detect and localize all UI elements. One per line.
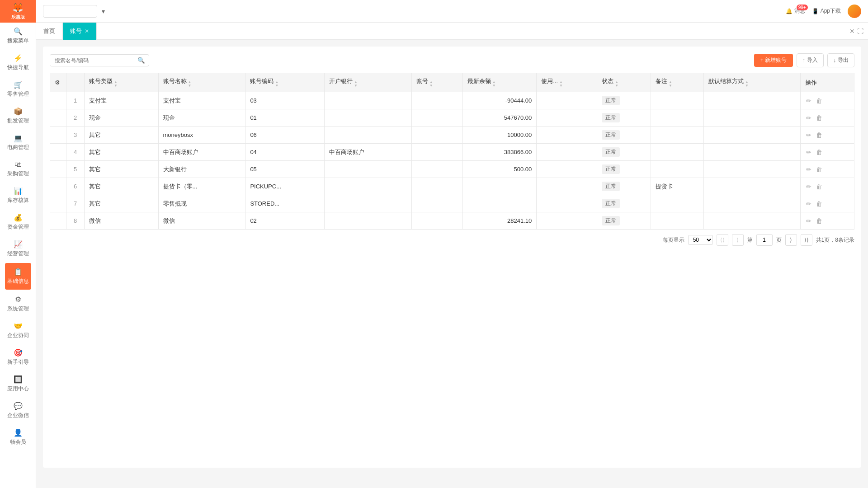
row-default-settlement-2 bbox=[703, 127, 800, 144]
tab-home-label: 首页 bbox=[43, 27, 55, 35]
sidebar-item-operations[interactable]: 📈 经营管理 bbox=[3, 235, 33, 262]
table-row: 7 其它 零售抵现 STORED... 正常 ✏ 🗑 bbox=[50, 195, 854, 212]
delete-btn-2[interactable]: 🗑 bbox=[815, 131, 823, 140]
col-usage[interactable]: 使用...▲▼ bbox=[537, 73, 597, 92]
sidebar-item-finance[interactable]: 💰 资金管理 bbox=[3, 209, 33, 235]
page-input[interactable] bbox=[756, 234, 773, 246]
add-account-button[interactable]: + 新增账号 bbox=[754, 54, 793, 67]
tab-account[interactable]: 账号 ✕ bbox=[63, 23, 97, 40]
col-remark[interactable]: 备注▲▼ bbox=[651, 73, 704, 92]
phone-icon: 📱 bbox=[812, 8, 819, 14]
app-logo: 🦊 乐惠版 bbox=[0, 0, 36, 23]
search-button[interactable]: 🔍 bbox=[134, 55, 149, 66]
sidebar-item-ecommerce[interactable]: 💻 电商管理 bbox=[3, 129, 33, 156]
edit-btn-4[interactable]: ✏ bbox=[805, 165, 812, 174]
sidebar-item-app-center[interactable]: 🔲 应用中心 bbox=[3, 371, 33, 397]
sidebar-item-system[interactable]: ⚙ 系统管理 bbox=[3, 291, 33, 317]
row-action-2: ✏ 🗑 bbox=[801, 127, 854, 144]
row-code-5: PICKUPC... bbox=[245, 178, 325, 195]
sidebar-item-search-menu[interactable]: 🔍 搜索菜单 bbox=[3, 23, 33, 49]
row-bank-2 bbox=[324, 127, 411, 144]
row-settings-5 bbox=[50, 178, 66, 195]
sidebar-item-enterprise-wechat[interactable]: 💬 企业微信 bbox=[3, 397, 33, 424]
col-status[interactable]: 状态▲▼ bbox=[597, 73, 651, 92]
row-type-6: 其它 bbox=[85, 195, 159, 212]
top-search-input[interactable] bbox=[43, 5, 97, 18]
col-account-no[interactable]: 账号▲▼ bbox=[411, 73, 462, 92]
edit-btn-1[interactable]: ✏ bbox=[805, 113, 812, 122]
col-settings[interactable]: ⚙ bbox=[50, 73, 66, 92]
edit-btn-3[interactable]: ✏ bbox=[805, 148, 812, 157]
row-remark-1 bbox=[651, 109, 704, 127]
row-code-0: 03 bbox=[245, 92, 325, 109]
row-type-1: 现金 bbox=[85, 109, 159, 127]
col-bank[interactable]: 开户银行▲▼ bbox=[324, 73, 411, 92]
page-prev-btn[interactable]: ⟨ bbox=[732, 234, 744, 246]
page-last-btn[interactable]: ⟩⟩ bbox=[801, 234, 812, 246]
row-balance-3: 383866.00 bbox=[462, 144, 537, 161]
user-avatar[interactable] bbox=[848, 5, 861, 18]
accounts-table: ⚙ 账号类型▲▼ 账号名称▲▼ 账号编码▲▼ 开户银行▲▼ 账号▲▼ 最新余额▲… bbox=[50, 73, 854, 230]
sidebar-item-retail[interactable]: 🛒 零售管理 bbox=[3, 76, 33, 103]
sidebar-item-purchase[interactable]: 🛍 采购管理 bbox=[3, 156, 33, 182]
sidebar-item-members[interactable]: 👤 畅会员 bbox=[3, 424, 33, 450]
table-body: 1 支付宝 支付宝 03 -90444.00 正常 ✏ 🗑 2 现金 现金 01 bbox=[50, 92, 854, 230]
col-num bbox=[66, 73, 85, 92]
sidebar-label-basic-info: 基础信息 bbox=[7, 277, 29, 285]
row-account-no-0 bbox=[411, 92, 462, 109]
edit-btn-7[interactable]: ✏ bbox=[805, 216, 812, 225]
sidebar-item-basic-info[interactable]: 📋 基础信息 bbox=[5, 263, 31, 290]
sidebar-item-guide[interactable]: 🎯 新手引导 bbox=[3, 344, 33, 371]
delete-btn-7[interactable]: 🗑 bbox=[815, 216, 823, 225]
delete-btn-0[interactable]: 🗑 bbox=[815, 96, 823, 105]
delete-btn-1[interactable]: 🗑 bbox=[815, 113, 823, 122]
page-next-btn[interactable]: ⟩ bbox=[785, 234, 797, 246]
tab-close-icon[interactable]: ✕ bbox=[85, 28, 89, 34]
sidebar-label-search-menu: 搜索菜单 bbox=[7, 37, 29, 45]
table-row: 2 现金 现金 01 547670.00 正常 ✏ 🗑 bbox=[50, 109, 854, 127]
col-default-settlement[interactable]: 默认结算方式▲▼ bbox=[703, 73, 800, 92]
app-download-button[interactable]: 📱 App下载 bbox=[812, 7, 841, 15]
row-action-4: ✏ 🗑 bbox=[801, 161, 854, 178]
tab-home[interactable]: 首页 bbox=[36, 23, 63, 40]
sidebar-item-quick-nav[interactable]: ⚡ 快捷导航 bbox=[3, 49, 33, 76]
search-input[interactable] bbox=[50, 55, 134, 66]
edit-btn-0[interactable]: ✏ bbox=[805, 96, 812, 105]
sidebar-label-enterprise-agreement: 企业协同 bbox=[7, 332, 29, 339]
sidebar-label-quick-nav: 快捷导航 bbox=[7, 64, 29, 71]
page-first-btn[interactable]: ⟨⟨ bbox=[717, 234, 728, 246]
tab-close-btn[interactable]: ✕ bbox=[849, 28, 855, 35]
col-code[interactable]: 账号编码▲▼ bbox=[245, 73, 325, 92]
row-name-5: 提货卡（零... bbox=[158, 178, 245, 195]
sidebar-label-ecommerce: 电商管理 bbox=[7, 144, 29, 151]
sidebar-item-wholesale[interactable]: 📦 批发管理 bbox=[3, 103, 33, 129]
edit-btn-6[interactable]: ✏ bbox=[805, 199, 812, 208]
col-name[interactable]: 账号名称▲▼ bbox=[158, 73, 245, 92]
sidebar-item-enterprise-agreement[interactable]: 🤝 企业协同 bbox=[3, 317, 33, 344]
row-code-2: 06 bbox=[245, 127, 325, 144]
tab-controls: ✕ ⛶ bbox=[849, 28, 868, 35]
page-size-select[interactable]: 50 100 200 bbox=[688, 235, 713, 245]
delete-btn-3[interactable]: 🗑 bbox=[815, 148, 823, 157]
table-row: 8 微信 微信 02 28241.10 正常 ✏ 🗑 bbox=[50, 212, 854, 230]
edit-btn-2[interactable]: ✏ bbox=[805, 131, 812, 140]
message-badge: 99+ bbox=[797, 5, 808, 10]
export-button[interactable]: ↓ 导出 bbox=[827, 53, 854, 67]
sidebar-label-enterprise-wechat: 企业微信 bbox=[7, 412, 29, 419]
col-type[interactable]: 账号类型▲▼ bbox=[85, 73, 159, 92]
col-balance[interactable]: 最新余额▲▼ bbox=[462, 73, 537, 92]
message-button[interactable]: 🔔 消息 99+ bbox=[786, 7, 805, 15]
dropdown-btn[interactable]: ▾ bbox=[102, 8, 105, 15]
delete-btn-5[interactable]: 🗑 bbox=[815, 182, 823, 191]
row-balance-4: 500.00 bbox=[462, 161, 537, 178]
delete-btn-6[interactable]: 🗑 bbox=[815, 199, 823, 208]
sidebar-item-inventory[interactable]: 📊 库存核算 bbox=[3, 182, 33, 209]
row-type-5: 其它 bbox=[85, 178, 159, 195]
import-button[interactable]: ↑ 导入 bbox=[797, 53, 824, 67]
export-icon: ↓ bbox=[833, 57, 836, 64]
pagination-bar: 每页显示 50 100 200 ⟨⟨ ⟨ 第 页 ⟩ ⟩⟩ 共1页，8条记录 bbox=[50, 230, 854, 246]
tab-expand-btn[interactable]: ⛶ bbox=[857, 28, 863, 35]
edit-btn-5[interactable]: ✏ bbox=[805, 182, 812, 191]
delete-btn-4[interactable]: 🗑 bbox=[815, 165, 823, 174]
toolbar: 🔍 + 新增账号 ↑ 导入 ↓ 导出 bbox=[50, 53, 854, 67]
